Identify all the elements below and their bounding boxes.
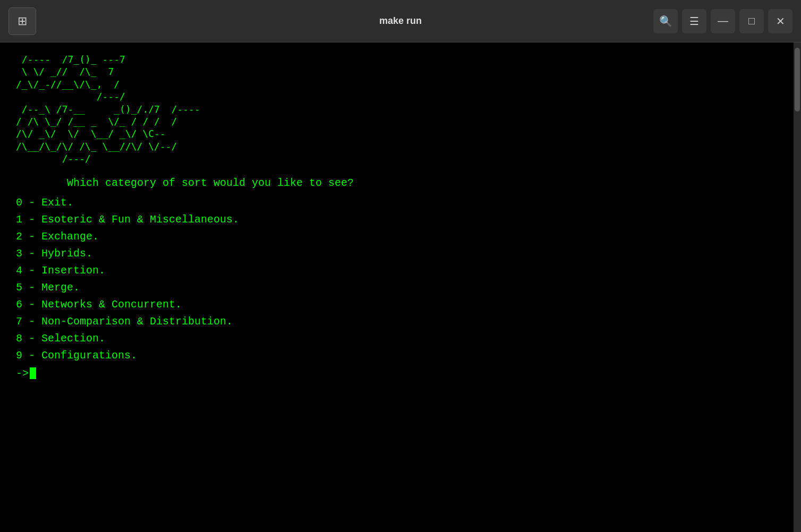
titlebar: ⊞ make run 🔍 ☰ — □ ✕ [0, 0, 801, 42]
minimize-icon: — [718, 15, 728, 27]
menu-icon: ☰ [689, 15, 699, 28]
titlebar-controls: 🔍 ☰ — □ ✕ [653, 9, 793, 33]
prompt-symbol: -> [16, 366, 29, 381]
scrollbar[interactable] [794, 42, 801, 532]
menu-item-7: 7 - Non-Comparison & Distribution. [16, 313, 778, 330]
prompt-line[interactable]: -> [16, 366, 778, 381]
ascii-art-banner: /---- /7_()_ ---7 \ \/ _// /\_ 7 /_\/_-/… [16, 53, 778, 165]
menu-item-4: 4 - Insertion. [16, 262, 778, 279]
menu-item-2: 2 - Exchange. [16, 228, 778, 245]
close-icon: ✕ [776, 15, 785, 28]
minimize-button[interactable]: — [711, 9, 735, 33]
menu-item-9: 9 - Configurations. [16, 347, 778, 364]
maximize-button[interactable]: □ [739, 9, 764, 33]
menu-button[interactable]: ☰ [682, 9, 706, 33]
scrollbar-thumb[interactable] [795, 48, 800, 111]
close-button[interactable]: ✕ [768, 9, 793, 33]
new-tab-icon: ⊞ [18, 14, 27, 28]
menu-item-1: 1 - Esoteric & Fun & Miscellaneous. [16, 211, 778, 228]
titlebar-left: ⊞ [8, 7, 36, 35]
cursor [30, 367, 36, 379]
menu-item-8: 8 - Selection. [16, 330, 778, 347]
menu-list: 0 - Exit. 1 - Esoteric & Fun & Miscellan… [16, 194, 778, 364]
maximize-icon: □ [748, 15, 755, 27]
menu-item-5: 5 - Merge. [16, 279, 778, 296]
terminal[interactable]: /---- /7_()_ ---7 \ \/ _// /\_ 7 /_\/_-/… [0, 42, 794, 532]
search-icon: 🔍 [659, 15, 672, 28]
search-button[interactable]: 🔍 [653, 9, 678, 33]
menu-item-3: 3 - Hybrids. [16, 245, 778, 262]
menu-item-6: 6 - Networks & Concurrent. [16, 296, 778, 313]
window-title: make run [379, 15, 422, 27]
new-tab-button[interactable]: ⊞ [8, 7, 36, 35]
main-area: /---- /7_()_ ---7 \ \/ _// /\_ 7 /_\/_-/… [0, 42, 801, 532]
menu-item-0: 0 - Exit. [16, 194, 778, 211]
menu-prompt: Which category of sort would you like to… [16, 176, 778, 190]
